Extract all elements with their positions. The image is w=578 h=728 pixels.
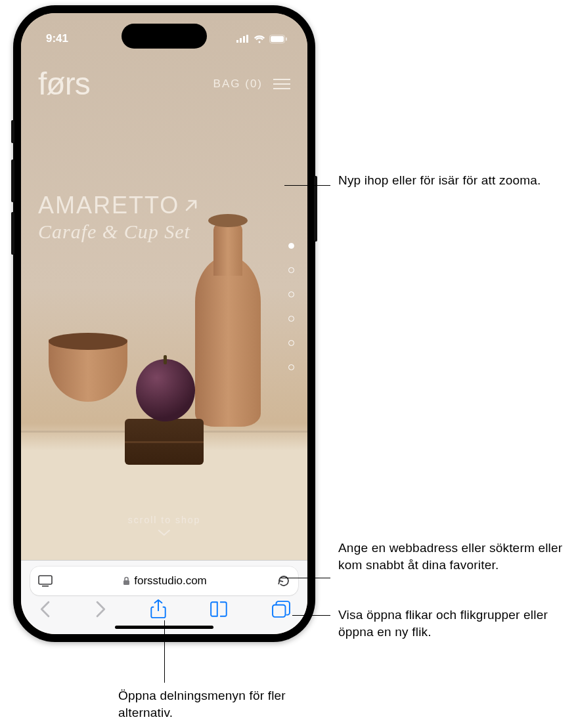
scroll-hint-text: scroll to shop [128, 515, 200, 525]
page-dot[interactable] [288, 291, 294, 297]
svg-rect-9 [123, 580, 129, 585]
address-bar[interactable]: forsstudio.com [30, 567, 298, 595]
url-display[interactable]: forsstudio.com [59, 574, 271, 588]
cup-image [49, 339, 127, 402]
hamburger-menu-icon[interactable] [273, 79, 290, 89]
share-button[interactable] [150, 599, 166, 619]
callout-leader [284, 185, 330, 186]
volume-up-button [11, 160, 14, 202]
site-logo[interactable]: førs [38, 66, 90, 102]
url-text: forsstudio.com [134, 574, 207, 588]
page-dot[interactable] [288, 267, 294, 273]
volume-down-button [11, 212, 14, 255]
plum-image [136, 359, 195, 421]
hero-text: AMARETTO Carafe & Cup Set [38, 192, 200, 243]
svg-rect-5 [271, 36, 284, 42]
page-dot[interactable] [288, 340, 294, 346]
hero-title-text: AMARETTO [38, 192, 179, 219]
page-dot[interactable] [288, 364, 294, 370]
power-button [314, 176, 317, 242]
bag-link[interactable]: BAG (0) [213, 77, 263, 91]
site-header: førs BAG (0) [38, 66, 290, 102]
page-dots[interactable] [288, 243, 294, 370]
status-time: 9:41 [46, 32, 68, 45]
carafe-image [189, 210, 267, 427]
svg-rect-6 [286, 37, 287, 41]
callout-zoom: Nyp ihop eller för isär för att zooma. [338, 172, 562, 189]
callout-leader [292, 615, 330, 616]
cake-image [125, 419, 204, 465]
iphone-device-frame: 9:41 førs BAG (0) AMARETTO [13, 5, 315, 642]
svg-rect-10 [273, 605, 285, 617]
page-settings-icon[interactable] [38, 575, 53, 587]
svg-rect-7 [39, 576, 52, 584]
forward-button[interactable] [95, 601, 108, 618]
chevron-down-icon [158, 529, 171, 537]
side-button [11, 120, 14, 143]
callout-tabs: Visa öppna flikar och flikgrupper eller … [338, 607, 562, 640]
battery-icon [269, 35, 288, 43]
callout-leader [164, 620, 165, 683]
scroll-hint: scroll to shop [128, 515, 200, 539]
lock-icon [123, 576, 130, 586]
safari-toolbar [21, 595, 307, 619]
cellular-icon [236, 35, 250, 43]
callout-address: Ange en webbadress eller sökterm eller k… [338, 540, 571, 573]
callout-leader [281, 578, 330, 578]
hero-subtitle: Carafe & Cup Set [38, 221, 200, 243]
svg-rect-8 [42, 586, 49, 587]
bookmarks-button[interactable] [210, 601, 229, 618]
dynamic-island [122, 24, 207, 49]
svg-rect-0 [236, 40, 238, 43]
callout-share: Öppna delningsmenyn för fler alternativ. [118, 687, 315, 721]
reload-icon[interactable] [277, 574, 290, 588]
webpage-content[interactable]: førs BAG (0) AMARETTO Carafe & Cup Set [21, 13, 307, 560]
status-icons [236, 35, 288, 43]
hero-title[interactable]: AMARETTO [38, 192, 200, 219]
back-button[interactable] [38, 601, 51, 618]
page-dot[interactable] [288, 243, 294, 249]
wifi-icon [254, 35, 265, 43]
phone-screen: 9:41 førs BAG (0) AMARETTO [21, 13, 307, 634]
svg-rect-3 [246, 35, 248, 43]
page-dot[interactable] [288, 316, 294, 322]
tabs-button[interactable] [272, 601, 290, 618]
svg-rect-1 [240, 38, 242, 43]
svg-rect-2 [243, 36, 245, 43]
